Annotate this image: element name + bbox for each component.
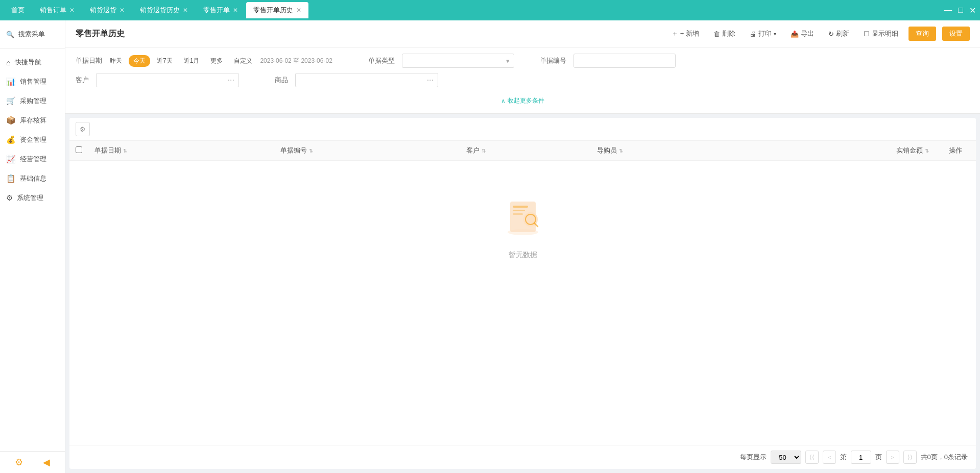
type-select-arrow: ▾ <box>506 57 510 65</box>
th-date: 单据日期 ⇅ <box>88 141 274 161</box>
last-page-btn[interactable]: ⟩⟩ <box>903 451 917 464</box>
sort-date-icon[interactable]: ⇅ <box>123 148 127 154</box>
sidebar-nav: ⌂ 快捷导航 📊 销售管理 🛒 采购管理 📦 库存核算 💰 资金管理 📈 <box>0 48 65 451</box>
sidebar-item-operations-label: 经营管理 <box>20 155 46 164</box>
sales-icon: 📊 <box>6 77 16 86</box>
date-custom[interactable]: 自定义 <box>229 55 257 67</box>
next-page-btn[interactable]: ＞ <box>886 451 899 464</box>
tab-sales-return[interactable]: 销货退货 ✕ <box>83 2 132 18</box>
content-area: 零售开单历史 ＋ + 新增 🗑 删除 🖨 打印 ▾ 📤 导出 <box>65 20 980 473</box>
settings-button[interactable]: 设置 <box>942 27 970 41</box>
page-input[interactable] <box>851 451 871 464</box>
sidebar-search-label: 搜索采单 <box>18 30 45 39</box>
sort-customer-icon[interactable]: ⇅ <box>482 148 486 154</box>
sidebar-item-operations[interactable]: 📈 经营管理 <box>0 150 65 169</box>
page-title: 零售开单历史 <box>76 29 125 39</box>
table-header-row: 单据日期 ⇅ 单据编号 ⇅ 客户 ⇅ <box>69 141 976 161</box>
page-word: 第 <box>840 453 847 462</box>
tab-sales-order-close[interactable]: ✕ <box>69 7 75 13</box>
tab-home-label: 首页 <box>11 6 25 15</box>
tab-retail-order-history-close[interactable]: ✕ <box>296 7 301 13</box>
print-button[interactable]: 🖨 打印 ▾ <box>746 27 780 40</box>
window-controls: — □ ✕ <box>944 6 976 15</box>
date-7days[interactable]: 近7天 <box>152 55 177 67</box>
number-input[interactable] <box>573 54 676 68</box>
goods-select[interactable]: ··· <box>295 73 438 87</box>
date-yesterday[interactable]: 昨天 <box>105 55 127 67</box>
minimize-btn[interactable]: — <box>944 6 952 15</box>
tab-bar: 首页 销售订单 ✕ 销货退货 ✕ 销货退货历史 ✕ 零售开单 ✕ 零售开单历史 … <box>0 0 980 20</box>
checkbox-icon: ☐ <box>864 30 870 38</box>
th-amount-label: 实销金额 <box>896 146 923 154</box>
sidebar-item-sales-label: 销售管理 <box>20 77 46 86</box>
prev-page-btn[interactable]: ＜ <box>823 451 836 464</box>
sidebar-item-quicknav[interactable]: ⌂ 快捷导航 <box>0 53 65 72</box>
svg-rect-3 <box>513 210 525 211</box>
sidebar-item-finance[interactable]: 💰 资金管理 <box>0 130 65 150</box>
collapse-sidebar-icon[interactable]: ◀ <box>43 457 50 468</box>
sidebar-item-system-label: 系统管理 <box>17 193 43 203</box>
tab-sales-return-close[interactable]: ✕ <box>119 7 125 13</box>
page-label: 页 <box>875 453 882 462</box>
table-settings-button[interactable]: ⚙ <box>76 122 90 136</box>
sidebar-item-purchase[interactable]: 🛒 采购管理 <box>0 91 65 111</box>
date-today[interactable]: 今天 <box>129 55 150 67</box>
sort-number-icon[interactable]: ⇅ <box>309 148 313 154</box>
refresh-button[interactable]: ↻ 刷新 <box>824 27 853 40</box>
select-all-checkbox[interactable] <box>76 146 82 153</box>
sidebar-item-sales[interactable]: 📊 销售管理 <box>0 72 65 91</box>
customer-select[interactable]: ··· <box>96 73 239 87</box>
query-button[interactable]: 查询 <box>909 27 936 41</box>
tab-sales-order[interactable]: 销售订单 ✕ <box>33 2 82 18</box>
goods-dots-icon[interactable]: ··· <box>427 76 434 85</box>
new-button[interactable]: ＋ + 新增 <box>667 27 703 40</box>
th-salesperson: 导购员 ⇅ <box>591 141 749 161</box>
tab-sales-return-history-close[interactable]: ✕ <box>183 7 188 13</box>
sidebar-search[interactable]: 🔍 搜索采单 <box>0 27 65 42</box>
tab-sales-return-history[interactable]: 销货退货历史 ✕ <box>133 2 195 18</box>
empty-text: 暂无数据 <box>509 251 537 260</box>
sort-salesperson-icon[interactable]: ⇅ <box>619 148 623 154</box>
tab-retail-order-history[interactable]: 零售开单历史 ✕ <box>246 2 308 18</box>
settings-gear-icon[interactable]: ⚙ <box>15 457 23 468</box>
filter-row-2: 客户 ··· 商品 ··· <box>76 73 970 87</box>
th-date-label: 单据日期 <box>94 146 121 154</box>
first-page-btn[interactable]: ⟨⟨ <box>805 451 819 464</box>
type-select[interactable]: ▾ <box>402 54 514 68</box>
new-label: + 新增 <box>680 29 699 38</box>
th-customer-label: 客户 <box>466 146 480 154</box>
sidebar-top: 🔍 搜索采单 <box>0 20 65 48</box>
tab-retail-order-close[interactable]: ✕ <box>233 7 238 13</box>
chevron-up-icon: ∧ <box>501 97 506 105</box>
delete-button[interactable]: 🗑 删除 <box>709 27 739 40</box>
date-1month[interactable]: 近1月 <box>179 55 204 67</box>
display-detail-button[interactable]: ☐ 显示明细 <box>859 27 902 40</box>
main-layout: 🔍 搜索采单 ⌂ 快捷导航 📊 销售管理 🛒 采购管理 📦 库存核算 � <box>0 20 980 473</box>
export-icon: 📤 <box>791 30 799 38</box>
query-label: 查询 <box>916 29 929 38</box>
system-icon: ⚙ <box>6 193 13 203</box>
sidebar-item-base[interactable]: 📋 基础信息 <box>0 169 65 188</box>
sidebar-item-finance-label: 资金管理 <box>20 135 46 144</box>
collapse-button[interactable]: ∧ 收起更多条件 <box>495 94 551 107</box>
search-icon: 🔍 <box>6 31 14 38</box>
refresh-label: 刷新 <box>836 29 849 38</box>
per-page-select[interactable]: 50 100 200 <box>771 451 801 464</box>
type-label: 单据类型 <box>368 56 395 65</box>
print-dropdown-icon: ▾ <box>774 31 776 37</box>
tab-home[interactable]: 首页 <box>4 2 32 18</box>
sidebar-item-system[interactable]: ⚙ 系统管理 <box>0 188 65 208</box>
customer-dots-icon[interactable]: ··· <box>228 76 234 85</box>
close-btn[interactable]: ✕ <box>969 6 976 15</box>
maximize-btn[interactable]: □ <box>958 6 963 15</box>
export-button[interactable]: 📤 导出 <box>786 27 818 40</box>
collapse-label: 收起更多条件 <box>508 96 544 105</box>
sort-amount-icon[interactable]: ⇅ <box>925 148 929 154</box>
date-more[interactable]: 更多 <box>206 55 227 67</box>
tab-retail-order[interactable]: 零售开单 ✕ <box>196 2 245 18</box>
tab-sales-order-label: 销售订单 <box>40 6 66 15</box>
tab-retail-order-label: 零售开单 <box>203 6 230 15</box>
th-checkbox <box>69 141 88 161</box>
th-number: 单据编号 ⇅ <box>274 141 460 161</box>
sidebar-item-inventory[interactable]: 📦 库存核算 <box>0 111 65 130</box>
